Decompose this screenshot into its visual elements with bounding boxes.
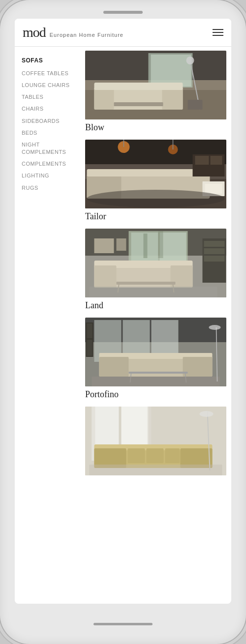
logo-text: mod: [23, 25, 46, 40]
svg-rect-35: [158, 231, 163, 258]
sidebar-item-sideboards[interactable]: SIDEBOARDS: [22, 115, 76, 127]
product-tailor[interactable]: Tailor: [85, 140, 226, 222]
svg-rect-6: [94, 88, 114, 110]
svg-rect-79: [147, 448, 164, 463]
svg-rect-80: [165, 448, 180, 463]
product-land-image: [85, 229, 226, 297]
hamburger-line-1: [213, 29, 223, 30]
product-blow[interactable]: Blow: [85, 51, 226, 133]
app-content: mod European Home Furniture SOFAS COFFEE…: [15, 19, 231, 604]
svg-rect-4: [151, 55, 191, 87]
product-blow-image: [85, 51, 226, 119]
svg-rect-83: [90, 465, 222, 475]
product-tailor-image: [85, 140, 226, 208]
sidebar-item-night-complements[interactable]: NIGHT COMPLEMENTS: [22, 139, 76, 158]
hamburger-line-3: [213, 35, 223, 36]
sidebar-item-tables[interactable]: TABLES: [22, 91, 76, 103]
svg-rect-38: [204, 248, 225, 254]
product-land-name: Land: [85, 300, 226, 311]
svg-rect-12: [188, 100, 203, 110]
svg-rect-34: [144, 234, 148, 258]
product-tailor-name: Tailor: [85, 211, 226, 222]
svg-rect-9: [114, 102, 163, 106]
phone-screen: mod European Home Furniture SOFAS COFFEE…: [15, 19, 231, 604]
svg-rect-37: [204, 241, 225, 247]
products-area: Blow: [81, 47, 231, 486]
speaker: [103, 11, 143, 14]
brand-logo: mod European Home Furniture: [23, 25, 123, 40]
svg-rect-60: [99, 357, 129, 377]
product-portofino-name: Portofino: [85, 389, 226, 400]
phone-bottom: [93, 604, 153, 644]
svg-rect-33: [160, 233, 186, 262]
sidebar: SOFAS COFFEE TABLES LOUNGE CHAIRS TABLES…: [15, 47, 81, 486]
svg-rect-27: [211, 156, 222, 165]
sidebar-item-coffee-tables[interactable]: COFFEE TABLES: [22, 67, 76, 79]
svg-rect-49: [117, 238, 126, 251]
product-last[interactable]: [85, 407, 226, 475]
hamburger-line-2: [213, 32, 223, 33]
header: mod European Home Furniture: [15, 19, 231, 47]
home-bar[interactable]: [93, 623, 153, 625]
svg-point-67: [209, 325, 221, 330]
sidebar-item-complements[interactable]: COMPLEMENTS: [22, 158, 76, 170]
product-blow-name: Blow: [85, 122, 226, 133]
sidebar-item-lounge-chairs[interactable]: LOUNGE CHAIRS: [22, 79, 76, 91]
svg-rect-47: [90, 287, 217, 297]
svg-point-28: [87, 190, 225, 207]
svg-rect-44: [117, 282, 176, 285]
svg-rect-26: [195, 156, 209, 165]
svg-rect-56: [87, 323, 92, 338]
product-last-image: [85, 407, 226, 475]
svg-rect-57: [87, 340, 92, 356]
svg-rect-24: [205, 184, 222, 194]
logo-tagline: European Home Furniture: [50, 32, 123, 38]
sidebar-item-beds[interactable]: BEDS: [22, 127, 76, 139]
main-layout: SOFAS COFFEE TABLES LOUNGE CHAIRS TABLES…: [15, 47, 231, 486]
sidebar-item-chairs[interactable]: CHAIRS: [22, 103, 76, 115]
svg-point-11: [186, 57, 194, 64]
svg-rect-39: [204, 256, 225, 262]
product-land[interactable]: Land: [85, 229, 226, 311]
svg-rect-42: [94, 265, 117, 288]
svg-rect-78: [128, 448, 145, 463]
svg-rect-48: [94, 238, 114, 253]
product-portofino-image: [85, 318, 226, 386]
svg-rect-65: [92, 377, 220, 386]
svg-rect-7: [162, 88, 183, 110]
phone-frame: mod European Home Furniture SOFAS COFFEE…: [0, 0, 246, 644]
sidebar-item-rugs[interactable]: RUGS: [22, 182, 76, 194]
svg-point-82: [200, 411, 214, 417]
sidebar-item-sofas[interactable]: SOFAS: [22, 55, 76, 67]
sidebar-item-lighting[interactable]: LIGHTING: [22, 170, 76, 181]
svg-rect-8: [94, 83, 183, 90]
hamburger-button[interactable]: [213, 29, 223, 36]
svg-rect-62: [129, 372, 188, 374]
svg-rect-22: [87, 169, 210, 176]
product-portofino[interactable]: Portofino: [85, 318, 226, 400]
